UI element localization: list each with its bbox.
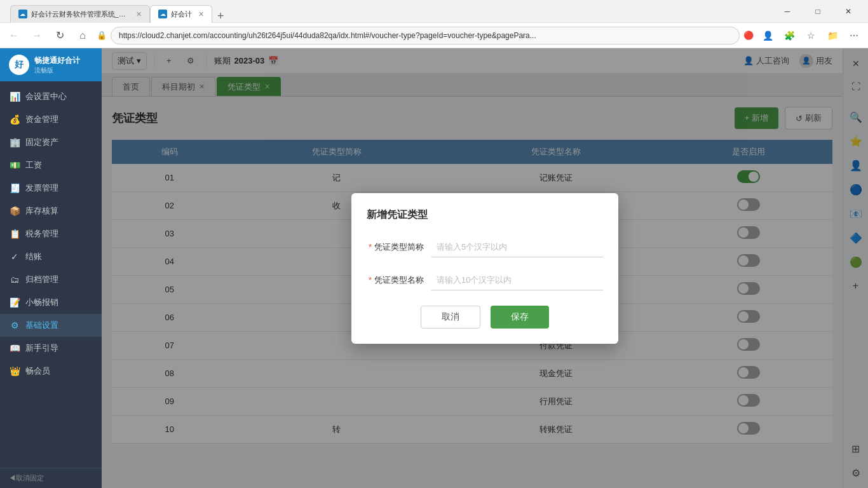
sidebar-item-inventory[interactable]: 📦 库存核算 <box>0 200 102 222</box>
browser-titlebar: ☁ 好会计云财务软件管理系统_会计 ✕ ☁ 好会计 ✕ + ─ □ ✕ <box>0 0 868 23</box>
name-required: * <box>369 275 372 285</box>
tab-2[interactable]: ☁ 好会计 ✕ <box>150 5 212 23</box>
maximize-button[interactable]: □ <box>803 2 832 21</box>
invoice-icon: 🧾 <box>9 182 20 194</box>
sidebar-item-guide[interactable]: 📖 新手引导 <box>0 337 102 360</box>
assets-icon: 🏢 <box>9 137 20 148</box>
star-icon[interactable]: ☆ <box>802 27 820 44</box>
sidebar-item-dashboard[interactable]: 📊 会设置中心 <box>0 85 102 108</box>
sidebar-label-tax: 税务管理 <box>25 228 58 240</box>
sidebar-logo: 好 畅捷通好合计 流畅版 <box>0 48 102 81</box>
cancel-label: 取消 <box>442 311 459 322</box>
cancel-button[interactable]: 取消 <box>421 306 480 329</box>
tab-label-2: 好会计 <box>171 10 192 19</box>
archive-icon: 🗂 <box>9 274 20 285</box>
tab-close-2[interactable]: ✕ <box>198 10 204 18</box>
forward-button[interactable]: → <box>28 27 46 44</box>
form-group-short: *凭证类型简称 <box>367 237 603 257</box>
sidebar-item-invoice[interactable]: 🧾 发票管理 <box>0 177 102 200</box>
short-input[interactable] <box>431 237 603 257</box>
minimize-button[interactable]: ─ <box>773 2 802 21</box>
save-button[interactable]: 保存 <box>491 306 549 329</box>
sidebar-item-tax[interactable]: 📋 税务管理 <box>0 222 102 245</box>
sidebar-label-checkout: 结账 <box>25 251 42 262</box>
sidebar-footer[interactable]: ◀取消固定 <box>0 468 102 488</box>
sidebar-label-member: 畅会员 <box>25 365 50 377</box>
sidebar: 好 畅捷通好合计 流畅版 📊 会设置中心 💰 资金管理 🏢 固定资产 💵 <box>0 48 102 488</box>
refresh-button[interactable]: ↻ <box>51 27 69 44</box>
sidebar-item-payroll[interactable]: 💵 工资 <box>0 154 102 177</box>
sidebar-label-assets: 固定资产 <box>25 137 58 148</box>
logo-text-area: 畅捷通好合计 流畅版 <box>34 55 80 75</box>
modal-title: 新增凭证类型 <box>367 208 603 222</box>
sidebar-label-expense: 小畅报销 <box>25 297 58 308</box>
sidebar-item-expense[interactable]: 📝 小畅报销 <box>0 291 102 314</box>
form-group-name: *凭证类型名称 <box>367 270 603 290</box>
back-button[interactable]: ← <box>5 27 23 44</box>
sidebar-item-finance[interactable]: 💰 资金管理 <box>0 108 102 131</box>
more-icon[interactable]: ⋯ <box>845 27 863 44</box>
window-controls: ─ □ ✕ <box>773 2 863 21</box>
sidebar-label-archive: 归档管理 <box>25 274 58 285</box>
tab-favicon-1: ☁ <box>18 10 27 18</box>
sidebar-item-member[interactable]: 👑 畅会员 <box>0 360 102 383</box>
sidebar-label-payroll: 工资 <box>25 159 42 171</box>
sidebar-label-inventory: 库存核算 <box>25 205 58 217</box>
expense-icon: 📝 <box>9 297 20 308</box>
checkout-icon: ✓ <box>9 251 20 262</box>
finance-icon: 💰 <box>9 114 20 125</box>
home-button[interactable]: ⌂ <box>74 27 92 44</box>
sidebar-item-settings[interactable]: ⚙ 基础设置 <box>0 314 102 337</box>
tab-favicon-2: ☁ <box>158 10 167 18</box>
close-button[interactable]: ✕ <box>834 2 863 21</box>
sidebar-footer-text: ◀取消固定 <box>9 474 44 482</box>
modal-footer: 取消 保存 <box>367 306 603 329</box>
tab-1[interactable]: ☁ 好会计云财务软件管理系统_会计 ✕ <box>10 5 150 23</box>
name-label-text: 凭证类型名称 <box>374 275 424 285</box>
save-label: 保存 <box>511 311 529 322</box>
sidebar-label-invoice: 发票管理 <box>25 182 58 194</box>
short-label: *凭证类型简称 <box>367 241 424 253</box>
short-required: * <box>369 242 372 252</box>
add-voucher-modal: 新增凭证类型 *凭证类型简称 *凭证类型名称 取消 保存 <box>351 193 618 344</box>
sidebar-label-settings: 基础设置 <box>25 320 58 331</box>
tab-bar: ☁ 好会计云财务软件管理系统_会计 ✕ ☁ 好会计 ✕ + <box>10 0 768 23</box>
sidebar-menu: 📊 会设置中心 💰 资金管理 🏢 固定资产 💵 工资 🧾 发票管理 📦 <box>0 81 102 468</box>
guide-icon: 📖 <box>9 342 20 354</box>
name-input[interactable] <box>431 270 603 290</box>
address-bar: ← → ↻ ⌂ 🔒 🔴 👤 🧩 ☆ 📁 ⋯ <box>0 23 868 48</box>
sidebar-item-archive[interactable]: 🗂 归档管理 <box>0 268 102 291</box>
inventory-icon: 📦 <box>9 205 20 217</box>
member-icon: 👑 <box>9 365 20 377</box>
payroll-icon: 💵 <box>9 159 20 171</box>
sidebar-label-guide: 新手引导 <box>25 342 58 354</box>
sidebar-item-assets[interactable]: 🏢 固定资产 <box>0 131 102 154</box>
tab-label-1: 好会计云财务软件管理系统_会计 <box>31 10 130 19</box>
extension-icon[interactable]: 🧩 <box>780 27 798 44</box>
address-input[interactable] <box>111 27 740 44</box>
sidebar-item-checkout[interactable]: ✓ 结账 <box>0 245 102 268</box>
profile-icon[interactable]: 👤 <box>759 27 776 44</box>
name-label: *凭证类型名称 <box>367 274 424 286</box>
logo-name: 畅捷通好合计 <box>34 55 80 66</box>
modal-overlay: 新增凭证类型 *凭证类型简称 *凭证类型名称 取消 保存 <box>102 48 868 488</box>
logo-sub: 流畅版 <box>34 66 80 75</box>
tab-close-1[interactable]: ✕ <box>136 10 142 18</box>
collections-icon[interactable]: 📁 <box>824 27 841 44</box>
dashboard-icon: 📊 <box>9 91 20 102</box>
tax-icon: 📋 <box>9 228 20 240</box>
new-tab-button[interactable]: + <box>217 10 224 23</box>
settings-icon: ⚙ <box>9 320 20 331</box>
short-label-text: 凭证类型简称 <box>374 242 424 252</box>
address-icons: 👤 🧩 ☆ 📁 ⋯ <box>759 27 863 44</box>
sidebar-label-finance: 资金管理 <box>25 114 58 125</box>
sidebar-label-dashboard: 会设置中心 <box>25 91 67 102</box>
logo-icon: 好 <box>9 55 29 75</box>
